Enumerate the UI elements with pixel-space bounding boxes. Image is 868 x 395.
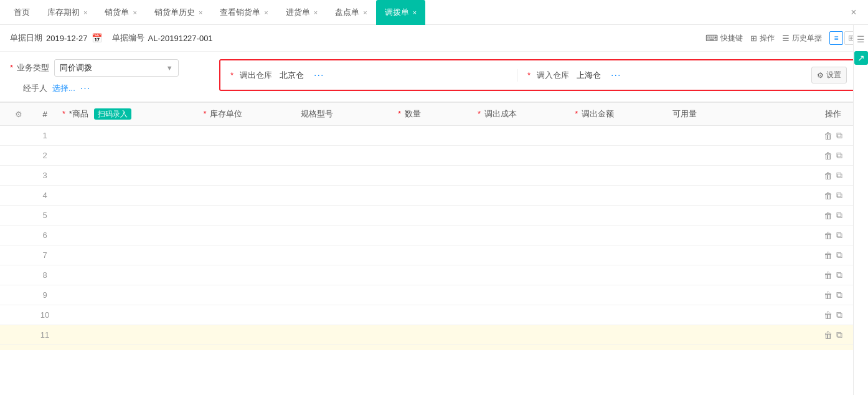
copy-icon[interactable]: ⧉: [836, 150, 842, 161]
delete-icon[interactable]: 🗑: [824, 310, 833, 320]
setting-button[interactable]: ⚙ 设置: [811, 67, 847, 83]
business-type-value: 同价调拨: [60, 62, 92, 74]
calendar-icon[interactable]: 📅: [92, 33, 102, 43]
th-product-label: *商品: [69, 109, 88, 118]
tab-sales-history[interactable]: 销货单历史 ×: [146, 0, 211, 25]
history-button[interactable]: ☰ 历史单据: [782, 33, 822, 44]
gear-icon[interactable]: ⚙: [15, 110, 22, 119]
table-header: ⚙ # * *商品 扫码录入 * 库存单位 规格型号 * 数量 * 调出成本: [0, 102, 868, 126]
toolbar-actions: ⌨ 快捷键 ⊞ 操作 ☰ 历史单据 ≡ ⊞: [705, 31, 858, 45]
table-row: 6 🗑 ⧉: [0, 226, 868, 245]
th-op: 操作: [808, 108, 858, 120]
out-warehouse-value[interactable]: 北京仓: [280, 70, 304, 81]
delete-icon[interactable]: 🗑: [824, 270, 833, 280]
tab-home[interactable]: 首页: [5, 0, 39, 25]
th-settings: ⚙: [10, 110, 32, 119]
operations-button[interactable]: ⊞ 操作: [750, 33, 775, 44]
business-type-select[interactable]: 同价调拨 ▼: [54, 59, 179, 77]
right-sidebar: ☰ ↗: [853, 25, 868, 395]
date-value[interactable]: 2019-12-27: [46, 34, 88, 43]
copy-icon[interactable]: ⧉: [836, 130, 842, 141]
operations-label: 操作: [760, 33, 775, 44]
tab-transfer-close[interactable]: ×: [413, 9, 417, 16]
app-container: 首页 库存期初 × 销货单 × 销货单历史 × 查看销货单 × 进货单 × 盘点…: [0, 0, 868, 395]
th-available: 可用量: [668, 108, 808, 120]
warehouse-selection-box: * 调出仓库 北京仓 ··· * 调入仓库 上海仓 ··· ⚙ 设置: [219, 59, 858, 91]
delete-icon[interactable]: 🗑: [824, 191, 833, 201]
copy-icon[interactable]: ⧉: [836, 190, 842, 201]
copy-icon[interactable]: ⧉: [836, 330, 842, 340]
in-warehouse-value[interactable]: 上海仓: [577, 70, 601, 81]
th-num: #: [32, 110, 57, 119]
tab-purchase[interactable]: 进货单 ×: [277, 0, 326, 25]
tab-transfer-label: 调拨单: [385, 7, 409, 18]
tab-inventory[interactable]: 盘点单 ×: [326, 0, 375, 25]
tab-stock-init-label: 库存期初: [47, 7, 80, 18]
table-container: ⚙ # * *商品 扫码录入 * 库存单位 规格型号 * 数量 * 调出成本: [0, 102, 868, 350]
th-qty: * 数量: [393, 108, 473, 120]
date-field: 单据日期 2019-12-27 📅: [10, 32, 102, 44]
sidebar-expand-icon[interactable]: ↗: [854, 51, 868, 65]
copy-icon[interactable]: ⧉: [836, 170, 842, 181]
table-row: 10 🗑 ⧉: [0, 305, 868, 325]
copy-icon[interactable]: ⧉: [836, 270, 842, 280]
out-warehouse-more-button[interactable]: ···: [314, 70, 324, 81]
tab-home-label: 首页: [14, 7, 30, 18]
in-warehouse-label: 调入仓库: [537, 70, 569, 81]
number-value[interactable]: AL-20191227-001: [148, 34, 213, 43]
subtotal-summary-row: 小计 0.00 0.00 0.00: [0, 345, 868, 350]
agent-select-link[interactable]: 选择...: [52, 83, 75, 94]
copy-icon[interactable]: ⧉: [836, 250, 842, 260]
agent-more-button[interactable]: ···: [80, 83, 90, 94]
tab-sales-history-close[interactable]: ×: [199, 9, 202, 16]
tab-sales-order-close[interactable]: ×: [133, 9, 136, 16]
tab-stock-init-close[interactable]: ×: [83, 9, 87, 16]
out-warehouse-required: *: [230, 70, 234, 80]
view-list-button[interactable]: ≡: [829, 31, 843, 45]
delete-icon[interactable]: 🗑: [824, 290, 833, 300]
th-unit-label: 库存单位: [210, 109, 242, 118]
delete-icon[interactable]: 🗑: [824, 250, 833, 260]
th-unit: * 库存单位: [198, 108, 295, 120]
history-label: 历史单据: [792, 33, 822, 44]
tab-sales-order[interactable]: 销货单 ×: [96, 0, 145, 25]
in-warehouse-section: * 调入仓库 上海仓 ···: [527, 70, 804, 81]
business-type-label: * 业务类型: [10, 62, 49, 74]
in-warehouse-more-button[interactable]: ···: [611, 70, 621, 81]
scan-button[interactable]: 扫码录入: [94, 108, 131, 120]
number-field: 单据编号 AL-20191227-001: [112, 32, 213, 44]
delete-icon[interactable]: 🗑: [824, 171, 833, 181]
tab-inventory-close[interactable]: ×: [363, 9, 367, 16]
delete-icon[interactable]: 🗑: [824, 330, 833, 340]
chevron-down-icon: ▼: [166, 64, 173, 72]
delete-icon[interactable]: 🗑: [824, 231, 833, 240]
copy-icon[interactable]: ⧉: [836, 290, 842, 300]
history-icon: ☰: [782, 34, 790, 43]
agent-label: 经手人: [10, 83, 47, 94]
delete-icon[interactable]: 🗑: [824, 151, 833, 161]
out-warehouse-section: * 调出仓库 北京仓 ···: [230, 70, 507, 81]
shortcuts-button[interactable]: ⌨ 快捷键: [705, 33, 743, 44]
shortcuts-icon: ⌨: [705, 33, 718, 43]
table-row: 3 🗑 ⧉: [0, 166, 868, 186]
copy-icon[interactable]: ⧉: [836, 210, 842, 221]
tab-purchase-close[interactable]: ×: [314, 9, 318, 16]
sidebar-list-icon[interactable]: ☰: [854, 32, 868, 46]
tab-stock-init[interactable]: 库存期初 ×: [39, 0, 96, 25]
tab-sales-history-label: 销货单历史: [154, 7, 195, 18]
copy-icon[interactable]: ⧉: [836, 230, 842, 240]
tab-transfer[interactable]: 调拨单 ×: [376, 0, 425, 25]
tab-purchase-label: 进货单: [286, 7, 310, 18]
table-row: 4 🗑 ⧉: [0, 186, 868, 206]
tab-view-sales-close[interactable]: ×: [264, 9, 268, 16]
operations-icon: ⊞: [750, 34, 757, 43]
delete-icon[interactable]: 🗑: [824, 211, 833, 221]
window-close-button[interactable]: ×: [844, 3, 863, 22]
tab-view-sales[interactable]: 查看销货单 ×: [211, 0, 276, 25]
table-row: 9 🗑 ⧉: [0, 285, 868, 305]
number-label: 单据编号: [112, 32, 144, 44]
delete-icon[interactable]: 🗑: [824, 131, 833, 141]
copy-icon[interactable]: ⧉: [836, 310, 842, 320]
subtotal-row: 11 🗑 ⧉: [0, 325, 868, 345]
row-num: 1: [32, 131, 57, 140]
